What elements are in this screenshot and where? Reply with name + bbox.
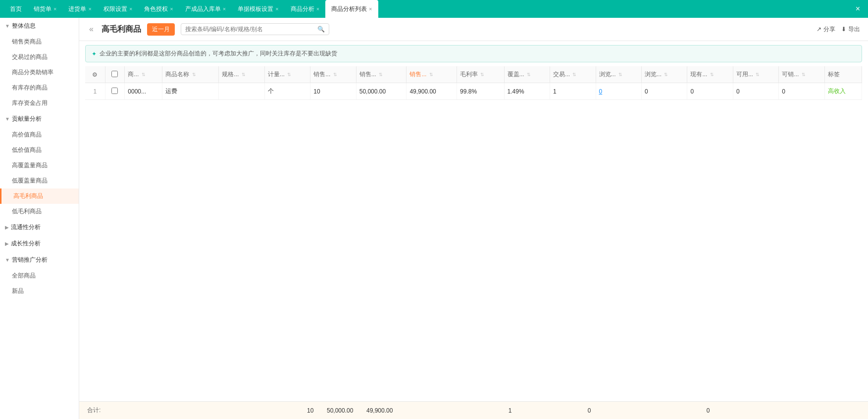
col-header-sales-qty[interactable]: 销售... ⇅ bbox=[310, 66, 356, 83]
row-checkbox[interactable] bbox=[111, 88, 118, 94]
footer-label: 合计: bbox=[87, 406, 101, 415]
search-input[interactable] bbox=[185, 26, 314, 33]
table-container[interactable]: ⚙ 商... ⇅ 商品名称 ⇅ bbox=[85, 66, 862, 401]
sidebar-item-traded-goods[interactable]: 交易过的商品 bbox=[0, 49, 79, 65]
sidebar-item-new-goods[interactable]: 新品 bbox=[0, 283, 79, 299]
sort-icon-browse1: ⇅ bbox=[618, 72, 622, 77]
collapse-icon-liquidity: ▶ bbox=[5, 225, 9, 230]
nav-tab-analysis-list-close[interactable]: × bbox=[369, 6, 372, 12]
sort-icon-coverage: ⇅ bbox=[527, 72, 531, 77]
settings-icon[interactable]: ⚙ bbox=[92, 71, 98, 78]
nav-tab-purchase[interactable]: 进货单 × bbox=[62, 0, 97, 18]
search-icon[interactable]: 🔍 bbox=[317, 26, 325, 33]
sidebar-item-low-coverage[interactable]: 低覆盖量商品 bbox=[0, 173, 79, 188]
cell-gross-rate: 99.8% bbox=[457, 83, 505, 100]
sidebar-group-marketing[interactable]: ▼ 营销推广分析 bbox=[0, 252, 79, 268]
nav-tab-sales-close[interactable]: × bbox=[53, 6, 56, 12]
nav-tab-template[interactable]: 单据模板设置 × bbox=[232, 0, 284, 18]
page-title: 高毛利商品 bbox=[102, 24, 141, 35]
window-close-button[interactable]: × bbox=[852, 4, 864, 13]
sidebar-item-stock-capital[interactable]: 库存资金占用 bbox=[0, 95, 79, 111]
cell-code: 0000... bbox=[125, 83, 162, 100]
sort-icon-unit: ⇅ bbox=[287, 72, 291, 77]
col-header-gross-rate[interactable]: 毛利率 ⇅ bbox=[457, 66, 505, 83]
sort-icon-name: ⇅ bbox=[192, 72, 196, 77]
nav-tab-role[interactable]: 角色授权 × bbox=[138, 0, 179, 18]
cell-browse1[interactable]: 0 bbox=[596, 83, 641, 100]
share-button[interactable]: ↗ 分享 bbox=[817, 25, 835, 34]
sidebar-item-category-rate[interactable]: 商品分类助销率 bbox=[0, 65, 79, 80]
sidebar-item-in-stock[interactable]: 有库存的商品 bbox=[0, 80, 79, 95]
sort-icon-sales-amount: ⇅ bbox=[379, 72, 383, 77]
nav-tab-template-close[interactable]: × bbox=[275, 6, 278, 12]
sort-icon-gross-rate: ⇅ bbox=[480, 72, 484, 77]
col-header-index: ⚙ bbox=[85, 66, 105, 83]
sidebar-group-overall[interactable]: ▼ 整体信息 bbox=[0, 18, 79, 34]
table-row: 1 0000... 运费 个 10 50,000.00 49,900.00 99… bbox=[85, 83, 862, 100]
col-header-sales-profit[interactable]: 销售... ⇅ bbox=[407, 66, 457, 83]
cell-sales-profit: 49,900.00 bbox=[407, 83, 457, 100]
sidebar-item-all-goods[interactable]: 全部商品 bbox=[0, 268, 79, 283]
footer-sellable: 0 bbox=[673, 407, 713, 414]
export-button[interactable]: ⬇ 导出 bbox=[841, 25, 860, 34]
col-header-trade[interactable]: 交易... ⇅ bbox=[550, 66, 596, 83]
collapse-icon-growth: ▶ bbox=[5, 241, 9, 246]
sidebar-item-high-margin[interactable]: 高毛利商品 bbox=[0, 188, 79, 204]
col-header-browse1[interactable]: 浏览... ⇅ bbox=[596, 66, 641, 83]
nav-tab-analysis-close[interactable]: × bbox=[316, 6, 319, 12]
col-header-tag[interactable]: 标签 bbox=[824, 66, 862, 83]
col-header-sales-amount[interactable]: 销售... ⇅ bbox=[356, 66, 407, 83]
sort-icon-sales-qty: ⇅ bbox=[333, 72, 337, 77]
nav-tab-permission[interactable]: 权限设置 × bbox=[98, 0, 138, 18]
cell-stock: 0 bbox=[687, 83, 733, 100]
table-footer: 合计: 10 50,000.00 49,900.00 1 0 0 bbox=[79, 401, 868, 419]
sidebar-group-liquidity[interactable]: ▶ 流通性分析 bbox=[0, 219, 79, 235]
nav-tab-sales[interactable]: 销货单 × bbox=[28, 0, 62, 18]
col-header-stock[interactable]: 现有... ⇅ bbox=[687, 66, 733, 83]
search-box: 🔍 bbox=[181, 23, 329, 35]
nav-tab-product-in-close[interactable]: × bbox=[223, 6, 226, 12]
sidebar-item-low-margin[interactable]: 低毛利商品 bbox=[0, 204, 79, 219]
col-header-unit[interactable]: 计量... ⇅ bbox=[264, 66, 310, 83]
sidebar-item-low-value[interactable]: 低价值商品 bbox=[0, 142, 79, 158]
export-icon: ⬇ bbox=[841, 26, 846, 33]
collapse-sidebar-button[interactable]: « bbox=[87, 23, 96, 36]
cell-checkbox[interactable] bbox=[105, 83, 125, 100]
nav-tab-product-in[interactable]: 产成品入库单 × bbox=[179, 0, 232, 18]
col-header-available[interactable]: 可用... ⇅ bbox=[733, 66, 778, 83]
col-header-name[interactable]: 商品名称 ⇅ bbox=[162, 66, 219, 83]
cell-sales-amount: 50,000.00 bbox=[356, 83, 407, 100]
sort-icon-sellable: ⇅ bbox=[802, 72, 806, 77]
sort-icon-trade: ⇅ bbox=[572, 72, 576, 77]
nav-tab-analysis-list[interactable]: 商品分析列表 × bbox=[325, 0, 378, 18]
nav-tab-purchase-close[interactable]: × bbox=[88, 6, 91, 12]
cell-sales-qty: 10 bbox=[310, 83, 356, 100]
sort-icon-available: ⇅ bbox=[756, 72, 760, 77]
col-header-spec[interactable]: 规格... ⇅ bbox=[219, 66, 264, 83]
col-header-browse2[interactable]: 浏览... ⇅ bbox=[641, 66, 687, 83]
col-header-coverage[interactable]: 覆盖... ⇅ bbox=[504, 66, 550, 83]
col-header-sellable[interactable]: 可销... ⇅ bbox=[779, 66, 824, 83]
content-header: « 高毛利商品 近一月 🔍 ↗ 分享 ⬇ 导出 bbox=[79, 18, 868, 41]
filter-recent-button[interactable]: 近一月 bbox=[147, 23, 175, 36]
nav-tab-role-close[interactable]: × bbox=[170, 6, 173, 12]
sidebar-group-contribution[interactable]: ▼ 贡献量分析 bbox=[0, 111, 79, 127]
sidebar-item-high-coverage[interactable]: 高覆盖量商品 bbox=[0, 158, 79, 173]
col-header-code[interactable]: 商... ⇅ bbox=[125, 66, 162, 83]
nav-tab-permission-close[interactable]: × bbox=[129, 6, 132, 12]
sidebar-item-high-value[interactable]: 高价值商品 bbox=[0, 127, 79, 142]
nav-tab-home[interactable]: 首页 bbox=[4, 0, 28, 18]
col-header-checkbox[interactable] bbox=[105, 66, 125, 83]
sidebar-item-sales-goods[interactable]: 销售类商品 bbox=[0, 34, 79, 49]
cell-unit: 个 bbox=[264, 83, 310, 100]
footer-browse2: 0 bbox=[554, 407, 594, 414]
info-banner: ✦ 企业的主要的利润都是这部分商品创造的，可考虑加大推广，同时关注库存是不要出现… bbox=[85, 45, 862, 62]
nav-tab-analysis[interactable]: 商品分析 × bbox=[285, 0, 325, 18]
cell-coverage: 1.49% bbox=[504, 83, 550, 100]
cell-index: 1 bbox=[85, 83, 105, 100]
sort-icon-stock: ⇅ bbox=[710, 72, 714, 77]
sidebar-group-growth[interactable]: ▶ 成长性分析 bbox=[0, 235, 79, 252]
footer-sales-qty: 10 bbox=[277, 407, 316, 414]
select-all-checkbox[interactable] bbox=[111, 71, 118, 77]
main-layout: ▼ 整体信息 销售类商品 交易过的商品 商品分类助销率 有库存的商品 库存资金占… bbox=[0, 18, 868, 419]
